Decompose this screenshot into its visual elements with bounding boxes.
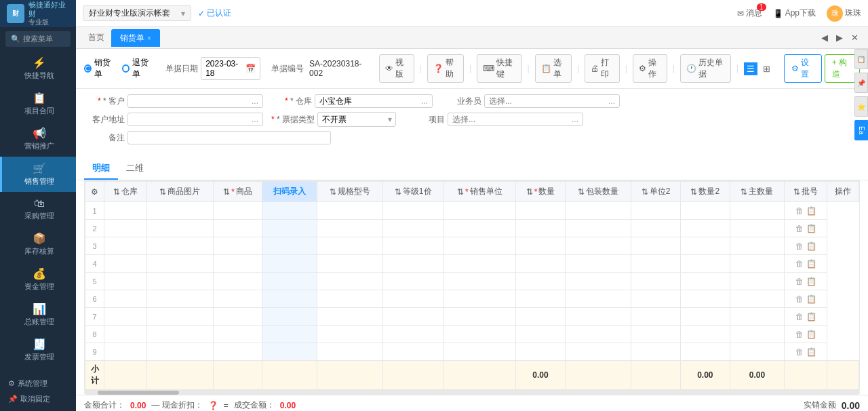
copy-icon[interactable]: 📋 [806, 277, 816, 286]
table-cell[interactable] [631, 290, 681, 308]
table-cell[interactable] [680, 273, 730, 290]
project-search-icon[interactable]: ... [572, 115, 578, 124]
help-discount-icon[interactable]: ❓ [208, 401, 218, 410]
table-cell[interactable] [104, 326, 147, 343]
staff-search-icon[interactable]: ... [608, 96, 615, 106]
table-cell[interactable] [730, 273, 784, 290]
table-cell[interactable] [262, 290, 317, 308]
sidebar-item-finance[interactable]: 💰 资金管理 [0, 262, 76, 297]
table-cell[interactable] [730, 220, 784, 237]
address-text-field[interactable] [132, 115, 252, 124]
table-cell[interactable] [104, 220, 147, 237]
table-cell[interactable] [382, 202, 443, 220]
warehouse-text-field[interactable] [319, 96, 421, 106]
sidebar-item-invoice[interactable]: 🧾 发票管理 [0, 332, 76, 368]
table-cell[interactable] [317, 343, 382, 361]
tab-close-btn[interactable]: × [147, 35, 151, 42]
address-input[interactable]: ... [127, 113, 263, 126]
table-cell[interactable] [516, 237, 566, 255]
table-cell[interactable] [516, 326, 566, 343]
operate-btn[interactable]: ⚙ 操作 [633, 54, 667, 83]
tab-close-all-btn[interactable]: ✕ [848, 31, 861, 44]
table-cell[interactable] [730, 290, 784, 308]
table-cell[interactable] [104, 273, 147, 290]
delete-icon[interactable]: 🗑 [795, 224, 804, 233]
table-cell[interactable] [382, 255, 443, 273]
right-panel-btn-3[interactable]: ⭐ [854, 96, 868, 117]
tab-home[interactable]: 首页 [83, 29, 110, 46]
table-cell[interactable] [730, 255, 784, 273]
table-cell[interactable] [565, 308, 631, 326]
table-cell[interactable] [730, 202, 784, 220]
layout-card-btn[interactable]: ⊞ [760, 62, 773, 75]
table-cell[interactable] [104, 308, 147, 326]
notes-input[interactable] [127, 131, 331, 144]
table-cell[interactable] [680, 308, 730, 326]
print-btn[interactable]: 🖨 打印 [585, 54, 620, 83]
right-panel-btn-2[interactable]: 📌 [854, 73, 868, 93]
copy-icon[interactable]: 📋 [806, 294, 816, 304]
table-cell[interactable] [443, 290, 516, 308]
messages-btn[interactable]: ✉ 消息 1 [737, 7, 762, 19]
table-cell[interactable] [631, 326, 681, 343]
table-cell[interactable] [213, 202, 262, 220]
table-cell[interactable] [317, 237, 382, 255]
tab-prev-btn[interactable]: ◀ [818, 31, 831, 44]
table-cell[interactable] [147, 202, 213, 220]
help-btn[interactable]: ❓ 帮助 [427, 54, 464, 83]
table-cell[interactable] [516, 273, 566, 290]
table-cell[interactable] [213, 343, 262, 361]
table-cell[interactable] [730, 326, 784, 343]
table-cell[interactable] [631, 255, 681, 273]
app-download-btn[interactable]: 📱 App下载 [773, 7, 816, 19]
table-cell[interactable] [317, 290, 382, 308]
table-cell[interactable]: 🗑📋 [785, 290, 827, 308]
table-cell[interactable] [147, 290, 213, 308]
delete-icon[interactable]: 🗑 [795, 312, 804, 321]
table-cell[interactable] [680, 237, 730, 255]
table-cell[interactable] [213, 255, 262, 273]
table-cell[interactable] [565, 273, 631, 290]
notes-text-field[interactable] [132, 133, 326, 142]
table-cell[interactable] [147, 255, 213, 273]
table-cell[interactable] [213, 308, 262, 326]
table-cell[interactable] [213, 290, 262, 308]
table-cell[interactable] [147, 343, 213, 361]
delete-icon[interactable]: 🗑 [795, 241, 804, 251]
right-panel-btn-ea[interactable]: Ea [854, 120, 868, 140]
sidebar-item-inventory[interactable]: 📦 库存核算 [0, 227, 76, 262]
table-cell[interactable] [730, 343, 784, 361]
copy-icon[interactable]: 📋 [806, 347, 816, 357]
table-cell[interactable] [565, 202, 631, 220]
sidebar-item-accounting[interactable]: 📊 总账管理 [0, 297, 76, 332]
table-cell[interactable] [262, 326, 317, 343]
table-cell[interactable] [104, 255, 147, 273]
table-cell[interactable] [262, 273, 317, 290]
copy-icon[interactable]: 📋 [806, 241, 816, 251]
table-cell[interactable] [382, 220, 443, 237]
table-cell[interactable] [565, 220, 631, 237]
setup-btn[interactable]: ⚙ 设置 [784, 54, 822, 83]
table-cell[interactable] [104, 202, 147, 220]
table-cell[interactable] [147, 237, 213, 255]
sidebar-item-purchase[interactable]: 🛍 采购管理 [0, 192, 76, 227]
copy-icon[interactable]: 📋 [806, 330, 816, 339]
table-cell[interactable] [262, 255, 317, 273]
table-cell[interactable] [147, 326, 213, 343]
table-cell[interactable] [213, 326, 262, 343]
th-settings[interactable]: ⚙ [85, 182, 104, 202]
table-cell[interactable] [516, 290, 566, 308]
sidebar-item-quicknav[interactable]: ⚡ 快捷导航 [0, 51, 76, 86]
table-cell[interactable] [516, 202, 566, 220]
copy-icon[interactable]: 📋 [806, 206, 816, 216]
delete-icon[interactable]: 🗑 [795, 277, 804, 286]
search-menu-button[interactable]: 🔍 搜索菜单 [5, 31, 71, 47]
table-cell[interactable] [317, 273, 382, 290]
delete-icon[interactable]: 🗑 [795, 347, 804, 357]
project-text-field[interactable] [452, 115, 572, 124]
copy-icon[interactable]: 📋 [806, 224, 816, 233]
table-cell[interactable] [565, 326, 631, 343]
table-cell[interactable] [443, 308, 516, 326]
table-cell[interactable] [443, 202, 516, 220]
staff-text-field[interactable] [489, 96, 608, 106]
